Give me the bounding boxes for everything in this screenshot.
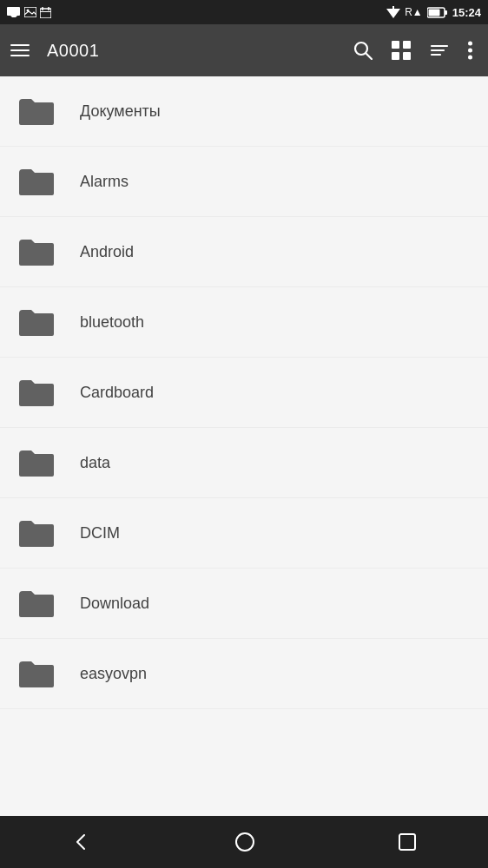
svg-rect-16: [403, 41, 411, 49]
list-item[interactable]: data: [0, 428, 488, 498]
svg-rect-0: [7, 7, 20, 16]
list-item[interactable]: Download: [0, 569, 488, 639]
time-display: 15:24: [452, 6, 481, 19]
svg-rect-9: [392, 6, 394, 9]
list-item[interactable]: easyovpn: [0, 639, 488, 709]
svg-point-24: [468, 56, 472, 60]
folder-icon: [17, 236, 56, 267]
folder-icon: [17, 658, 56, 689]
list-item[interactable]: Документы: [0, 76, 488, 147]
recent-apps-button[interactable]: [372, 825, 443, 858]
svg-rect-15: [392, 41, 399, 49]
nav-bar: [0, 816, 488, 868]
svg-point-23: [468, 49, 472, 53]
status-bar: R▲ 15:24: [0, 0, 488, 24]
folder-icon: [17, 377, 56, 408]
list-item[interactable]: DCIM: [0, 498, 488, 569]
list-item[interactable]: Android: [0, 217, 488, 287]
svg-point-25: [236, 833, 254, 851]
folder-name: Download: [80, 595, 149, 613]
search-button[interactable]: [348, 36, 378, 65]
signal-text: R▲: [405, 6, 423, 18]
folder-name: Документы: [80, 102, 161, 121]
folder-name: Android: [80, 243, 134, 261]
svg-rect-4: [40, 9, 51, 18]
folder-name: Alarms: [80, 173, 129, 191]
svg-marker-1: [10, 16, 17, 17]
svg-rect-26: [399, 834, 415, 850]
calendar-icon: [40, 7, 51, 18]
battery-icon: [427, 7, 448, 18]
svg-line-14: [366, 54, 373, 60]
message-icon: [7, 7, 21, 17]
svg-rect-18: [403, 52, 411, 60]
toolbar-title: A0001: [47, 41, 348, 61]
svg-rect-11: [445, 10, 447, 15]
folder-name: data: [80, 454, 110, 472]
svg-rect-17: [392, 52, 399, 60]
sort-button[interactable]: [425, 36, 454, 65]
list-item[interactable]: Alarms: [0, 147, 488, 217]
folder-icon: [17, 447, 56, 478]
grid-view-button[interactable]: [386, 36, 416, 65]
folder-name: easyovpn: [80, 665, 147, 683]
status-left-icons: [7, 7, 51, 18]
image-icon: [24, 7, 36, 17]
folder-name: Cardboard: [80, 384, 154, 402]
status-right-icons: R▲ 15:24: [386, 6, 481, 19]
folder-icon: [17, 517, 56, 549]
svg-marker-8: [386, 9, 400, 18]
list-item[interactable]: bluetooth: [0, 287, 488, 358]
folder-name: DCIM: [80, 524, 120, 542]
folder-icon: [17, 95, 56, 127]
folder-icon: [17, 588, 56, 619]
more-options-button[interactable]: [463, 36, 478, 65]
wifi-signal-icon: [386, 6, 400, 18]
svg-rect-12: [428, 9, 439, 16]
file-list: Документы Alarms Android bluetooth Cardb…: [0, 76, 488, 816]
list-item[interactable]: Cardboard: [0, 358, 488, 428]
folder-name: bluetooth: [80, 313, 144, 332]
svg-point-22: [468, 42, 472, 46]
home-button[interactable]: [208, 825, 281, 859]
back-button[interactable]: [45, 825, 118, 859]
folder-icon: [17, 306, 56, 338]
toolbar: A0001: [0, 24, 488, 76]
toolbar-actions: [348, 36, 478, 65]
menu-button[interactable]: [10, 44, 30, 56]
folder-icon: [17, 166, 56, 197]
